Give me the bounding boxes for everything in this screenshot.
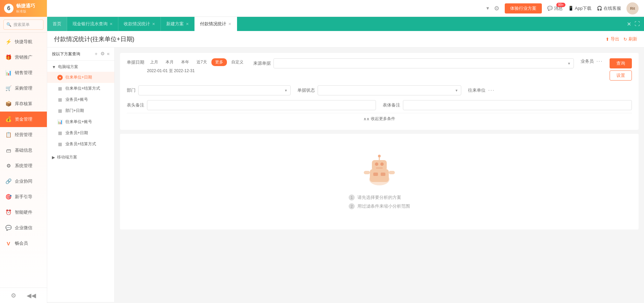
tab-bank-flow[interactable]: 现金银行流水查询 ✕ — [67, 17, 118, 31]
filter-row-3: 表头备注 表体备注 — [127, 100, 632, 110]
sidebar-item-marketing[interactable]: 🎁 营销推广 — [0, 50, 47, 65]
sidebar-item-operations[interactable]: 📋 经营管理 — [0, 127, 47, 143]
empty-tip-2: 2 用过滤条件来缩小分析范围 — [349, 203, 410, 209]
left-panel: 按以下方案查询 ＋ ⚙ « ▼ 电脑端方案 ● 往来单位+日期 ▦ — [47, 48, 115, 302]
query-button[interactable]: 查询 — [610, 58, 632, 68]
main-content: 付款情况统计(往来单位+日期) ⬆ 导出 ↻ 刷新 按以下方案查询 ＋ ⚙ « — [47, 31, 644, 303]
scheme-settings-icon[interactable]: ⚙ — [100, 51, 105, 57]
trial-btn[interactable]: 体验行业方案 — [505, 3, 542, 13]
filter-settings-button[interactable]: 设置 — [610, 70, 632, 81]
source-select[interactable]: ▼ — [273, 58, 574, 68]
scheme-grid-icon: ▦ — [57, 142, 63, 147]
topbar-settings-icon[interactable]: ⚙ — [494, 5, 499, 12]
date-tab-this-year[interactable]: 本年 — [178, 58, 192, 66]
sidebar-item-label: 企业微信 — [15, 225, 32, 231]
empty-tip-1: 1 请先选择要分析的方案 — [349, 194, 410, 201]
staff-filter-label: 业务员 — [581, 58, 594, 64]
settings-footer-button[interactable]: ⚙ — [11, 292, 16, 299]
group-label: 电脑端方案 — [58, 64, 78, 70]
tab-receipt-stats-close[interactable]: ✕ — [152, 22, 155, 26]
sidebar-item-quick-nav[interactable]: ⚡ 快捷导航 — [0, 34, 47, 50]
scheme-item-label: 往来单位+账号 — [65, 119, 92, 125]
wechat-icon: 💬 — [5, 225, 11, 231]
table-header-note-input[interactable] — [147, 100, 376, 110]
scheme-item-dept-date[interactable]: ▦ 部门+日期 — [47, 105, 114, 116]
export-button[interactable]: ⬆ 导出 — [606, 36, 619, 42]
app-download-button[interactable]: 📱 App下载 — [568, 5, 591, 11]
collapse-panel-button[interactable]: « — [107, 51, 110, 57]
tab-home-label: 首页 — [53, 21, 61, 27]
date-tab-custom[interactable]: 自定义 — [228, 58, 246, 66]
dropdown-arrow-icon[interactable]: ▼ — [486, 6, 490, 11]
sidebar-item-wechat[interactable]: 💬 企业微信 — [0, 220, 47, 236]
add-scheme-icon[interactable]: ＋ — [94, 51, 98, 57]
close-all-tabs-icon[interactable]: ✕ — [627, 21, 631, 27]
scheme-item-staff-date[interactable]: ▦ 业务员+日期 — [47, 127, 114, 139]
scheme-item-staff-account[interactable]: ▦ 业务员+账号 — [47, 94, 114, 105]
date-tab-last-month[interactable]: 上月 — [147, 58, 161, 66]
collapse-sidebar-button[interactable]: ◀◀ — [27, 292, 36, 299]
sidebar-logo[interactable]: 6 畅捷通巧 标准版 — [0, 0, 47, 17]
logo-icon: 6 — [4, 4, 13, 13]
tab-receipt-stats[interactable]: 收款情况统计 ✕ — [118, 17, 161, 31]
table-body-note-input[interactable] — [403, 100, 632, 110]
sidebar-item-system[interactable]: ⚙ 系统管理 — [0, 158, 47, 174]
date-range-display: 2022-01-01 至 2022-12-31 — [127, 68, 195, 74]
unit-filter-label: 往来单位 — [468, 87, 486, 93]
svg-point-9 — [378, 155, 381, 157]
sidebar-footer: ⚙ ◀◀ — [0, 287, 47, 303]
scheme-grid-icon: ▦ — [57, 86, 63, 91]
tab-payment-stats-close[interactable]: ✕ — [228, 22, 231, 26]
svg-rect-1 — [370, 169, 389, 182]
scheme-item-unit-settle[interactable]: ▦ 往来单位+结算方式 — [47, 83, 114, 94]
sidebar-item-finance[interactable]: 💰 资金管理 — [0, 112, 47, 127]
search-menu-button[interactable]: 🔍 搜索菜单 — [3, 20, 43, 30]
refresh-button[interactable]: ↻ 刷新 — [623, 36, 637, 42]
sidebar-item-inventory[interactable]: 📦 库存核算 — [0, 96, 47, 112]
headset-icon: 🎧 — [597, 6, 602, 11]
tabbar-actions: ✕ ⛶ — [623, 17, 644, 31]
group-arrow-icon: ▶ — [52, 155, 55, 160]
user-avatar[interactable]: Rit — [626, 2, 639, 14]
tab-payment-stats[interactable]: 付款情况统计 ✕ — [195, 17, 237, 31]
tab-new-plan-label: 新建方案 — [166, 21, 184, 27]
operations-icon: 📋 — [5, 132, 11, 138]
scheme-item-label: 往来单位+结算方式 — [65, 86, 100, 91]
doc-status-select[interactable]: ▼ — [318, 85, 461, 95]
tabbar: 首页 现金银行流水查询 ✕ 收款情况统计 ✕ 新建方案 ✕ 付款情况统计 ✕ ✕… — [47, 17, 644, 31]
dept-select[interactable]: ▼ — [138, 85, 291, 95]
sidebar-item-purchase[interactable]: 🛒 采购管理 — [0, 81, 47, 96]
date-tab-this-month[interactable]: 本月 — [163, 58, 177, 66]
sidebar-item-guide[interactable]: 🎯 新手引导 — [0, 189, 47, 205]
tab-bank-flow-close[interactable]: ✕ — [110, 22, 113, 26]
date-tab-last-7[interactable]: 近7天 — [194, 58, 210, 66]
mobile-group-title[interactable]: ▶ 移动端方案 — [47, 152, 114, 162]
desktop-group-title[interactable]: ▼ 电脑端方案 — [47, 62, 114, 72]
sidebar-item-enterprise[interactable]: 🔗 企业协同 — [0, 174, 47, 189]
collapse-more-button[interactable]: ∧∧ 收起更多条件 — [127, 113, 632, 124]
tab-home[interactable]: 首页 — [47, 17, 67, 31]
tab-bank-flow-label: 现金银行流水查询 — [72, 21, 108, 27]
unit-dots-button[interactable]: ··· — [488, 87, 495, 93]
tab-new-plan-close[interactable]: ✕ — [186, 22, 189, 26]
tab-payment-stats-label: 付款情况统计 — [200, 21, 226, 27]
sidebar-item-label: 企业协同 — [15, 178, 32, 184]
sidebar-item-label: 基础信息 — [15, 147, 32, 153]
date-tabs: 上月 本月 本年 近7天 更多 自定义 — [147, 58, 246, 66]
sidebar-item-basic-info[interactable]: 🗃 基础信息 — [0, 143, 47, 158]
sidebar-item-sales[interactable]: 📊 销售管理 — [0, 65, 47, 81]
maximize-icon[interactable]: ⛶ — [635, 21, 640, 27]
tab-new-plan[interactable]: 新建方案 ✕ — [161, 17, 195, 31]
tab-receipt-stats-label: 收款情况统计 — [124, 21, 150, 27]
scheme-item-unit-account[interactable]: 📊 往来单位+账号 — [47, 116, 114, 127]
scheme-item-unit-date[interactable]: ● 往来单位+日期 — [47, 72, 114, 83]
tabbar-spacer — [237, 17, 623, 31]
group-arrow-icon: ▼ — [52, 65, 56, 69]
sidebar-item-hardware[interactable]: ⏰ 智能硬件 — [0, 205, 47, 220]
online-service-button[interactable]: 🎧 在线客服 — [597, 5, 621, 11]
scheme-item-staff-settle[interactable]: ▦ 业务员+结算方式 — [47, 139, 114, 150]
staff-dots-button[interactable]: ··· — [596, 58, 603, 64]
date-tab-more[interactable]: 更多 — [211, 58, 227, 66]
message-button[interactable]: 💬 消息 99+ — [547, 5, 563, 11]
sidebar-item-member[interactable]: V 畅会员 — [0, 236, 47, 251]
